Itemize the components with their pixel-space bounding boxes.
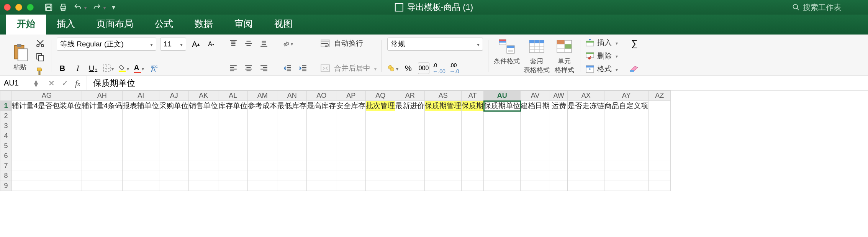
cell-AJ6[interactable] [159, 151, 189, 161]
cell-AH6[interactable] [82, 151, 123, 161]
cell-AY8[interactable] [604, 171, 649, 181]
cell-AP1[interactable]: 安全库存 [336, 101, 366, 111]
merge-center-button[interactable]: 合并后居中 [334, 63, 370, 73]
cell-AQ5[interactable] [366, 141, 395, 151]
cell-AV9[interactable] [521, 181, 550, 191]
cell-AX4[interactable] [568, 131, 604, 141]
align-bottom-button[interactable] [258, 38, 270, 49]
cell-AU4[interactable] [484, 131, 521, 141]
cell-AR1[interactable]: 最新进价 [395, 101, 425, 111]
cell-AX1[interactable]: 是否走冻链 [568, 101, 604, 111]
tab-公式[interactable]: 公式 [144, 14, 184, 35]
cell-AZ8[interactable] [649, 171, 671, 181]
cell-AY3[interactable] [604, 121, 649, 131]
cell-AJ1[interactable]: 采购单位 [159, 101, 189, 111]
cell-AO5[interactable] [307, 141, 336, 151]
tab-审阅[interactable]: 审阅 [224, 14, 264, 35]
cell-AP8[interactable] [336, 171, 366, 181]
cell-AX5[interactable] [568, 141, 604, 151]
cell-AR9[interactable] [395, 181, 425, 191]
tab-视图[interactable]: 视图 [264, 14, 303, 35]
cell-AQ2[interactable] [366, 111, 395, 121]
cell-AH3[interactable] [82, 121, 123, 131]
cell-AP9[interactable] [336, 181, 366, 191]
cut-button[interactable] [34, 38, 46, 49]
cell-AY7[interactable] [604, 161, 649, 171]
cell-AW3[interactable] [550, 121, 568, 131]
cell-AY2[interactable] [604, 111, 649, 121]
cell-AI8[interactable] [123, 171, 159, 181]
format-cells-button[interactable]: 格式 [597, 64, 612, 74]
cell-AH1[interactable]: 辅计量4条码 [82, 101, 123, 111]
cell-AR8[interactable] [395, 171, 425, 181]
cell-AU7[interactable] [484, 161, 521, 171]
cell-AX2[interactable] [568, 111, 604, 121]
cell-AS6[interactable] [425, 151, 462, 161]
cell-AT1[interactable]: 保质期 [462, 101, 484, 111]
cell-AL8[interactable] [218, 171, 248, 181]
column-header-AX[interactable]: AX [568, 91, 604, 101]
tab-插入[interactable]: 插入 [46, 14, 86, 35]
cell-AZ9[interactable] [649, 181, 671, 191]
cell-AK6[interactable] [189, 151, 218, 161]
cell-AR7[interactable] [395, 161, 425, 171]
confirm-edit-button[interactable]: ✓ [62, 79, 68, 88]
cell-AO3[interactable] [307, 121, 336, 131]
cell-AG4[interactable] [12, 131, 82, 141]
cell-AT4[interactable] [462, 131, 484, 141]
qat-customize-button[interactable]: ▾ [112, 3, 115, 12]
cell-AX8[interactable] [568, 171, 604, 181]
cell-AQ4[interactable] [366, 131, 395, 141]
align-center-button[interactable] [243, 63, 254, 74]
cell-AJ8[interactable] [159, 171, 189, 181]
cell-AG6[interactable] [12, 151, 82, 161]
column-header-AL[interactable]: AL [218, 91, 248, 101]
cell-AR5[interactable] [395, 141, 425, 151]
cell-AY4[interactable] [604, 131, 649, 141]
orientation-button[interactable]: ab [282, 38, 293, 49]
column-header-AH[interactable]: AH [82, 91, 123, 101]
decrease-indent-button[interactable] [282, 63, 293, 74]
cell-AI3[interactable] [123, 121, 159, 131]
cell-AT6[interactable] [462, 151, 484, 161]
cell-AI9[interactable] [123, 181, 159, 191]
cell-AJ7[interactable] [159, 161, 189, 171]
cell-AI4[interactable] [123, 131, 159, 141]
cell-AW1[interactable]: 运费 [550, 101, 568, 111]
cell-AL1[interactable]: 库存单位 [218, 101, 248, 111]
cell-AG8[interactable] [12, 171, 82, 181]
cell-AS7[interactable] [425, 161, 462, 171]
cell-AY5[interactable] [604, 141, 649, 151]
row-header-4[interactable]: 4 [0, 131, 12, 141]
cell-AW6[interactable] [550, 151, 568, 161]
cell-AJ4[interactable] [159, 131, 189, 141]
cell-AG5[interactable] [12, 141, 82, 151]
cell-AU6[interactable] [484, 151, 521, 161]
cell-styles-button[interactable]: 单元 格样式 [554, 38, 575, 74]
cell-AQ9[interactable] [366, 181, 395, 191]
cell-AN1[interactable]: 最低库存 [277, 101, 307, 111]
cell-AI7[interactable] [123, 161, 159, 171]
conditional-format-button[interactable]: 条件格式 [494, 38, 520, 66]
cell-AQ7[interactable] [366, 161, 395, 171]
cell-AS3[interactable] [425, 121, 462, 131]
cell-AG2[interactable] [12, 111, 82, 121]
cell-AW9[interactable] [550, 181, 568, 191]
cell-AO6[interactable] [307, 151, 336, 161]
cell-AT7[interactable] [462, 161, 484, 171]
cell-AZ4[interactable] [649, 131, 671, 141]
cell-AQ1[interactable]: 批次管理 [366, 101, 395, 111]
column-header-AI[interactable]: AI [123, 91, 159, 101]
column-header-AN[interactable]: AN [277, 91, 307, 101]
cell-AJ9[interactable] [159, 181, 189, 191]
cell-AN3[interactable] [277, 121, 307, 131]
cell-AU9[interactable] [484, 181, 521, 191]
format-as-table-button[interactable]: 套用 表格格式 [524, 38, 550, 74]
cell-AU2[interactable] [484, 111, 521, 121]
save-icon[interactable] [44, 3, 53, 12]
close-window-button[interactable] [4, 4, 11, 11]
row-header-8[interactable]: 8 [0, 171, 12, 181]
copy-button[interactable] [34, 51, 46, 63]
cell-AM6[interactable] [248, 151, 277, 161]
cell-AZ1[interactable] [649, 101, 671, 111]
